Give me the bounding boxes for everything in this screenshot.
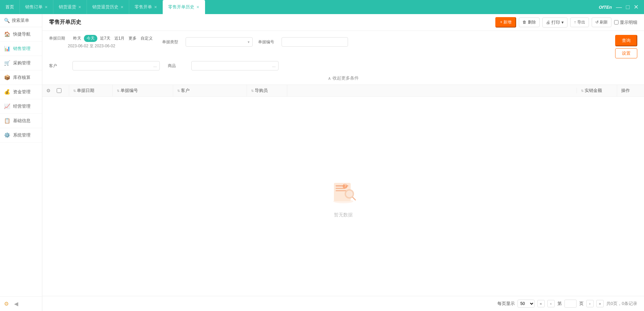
first-page-btn[interactable]: « [537, 300, 545, 307]
date-last-month[interactable]: 近1月 [113, 35, 126, 42]
customer-input-field[interactable] [76, 63, 153, 68]
content-area: 零售开单历史 + 新增 🗑 删除 🖨 打印 ▾ ↑ 导出 ↺ 刷新 显示明细 [42, 14, 644, 311]
th-flex [287, 88, 577, 93]
customer-filter-label: 客户 [49, 63, 68, 69]
query-button[interactable]: 查询 [615, 35, 637, 46]
goods-input-field[interactable] [194, 63, 272, 68]
th-number-label: 单据编号 [120, 88, 138, 94]
th-op-label: 操作 [621, 88, 630, 94]
display-detail-check[interactable]: 显示明细 [614, 19, 637, 25]
type-filter-label: 单据类型 [162, 39, 181, 45]
date-yesterday[interactable]: 昨天 [72, 35, 83, 42]
tab-sales-return[interactable]: 销货退货 ✕ [53, 0, 87, 14]
number-input-field[interactable] [285, 40, 345, 44]
display-detail-checkbox[interactable] [614, 20, 618, 24]
empty-state: ? 暂无数据 [42, 97, 644, 296]
per-page-select[interactable]: 50 10 20 100 [517, 300, 535, 308]
pagination-bar: 每页显示 50 10 20 100 « ‹ 第 1 页 › » 共0页，0条记录 [42, 296, 644, 311]
number-input[interactable] [282, 37, 348, 47]
th-customer-sort: ⇅ [177, 89, 180, 93]
table-select-all[interactable] [57, 88, 61, 93]
sidebar-item-operations[interactable]: 📈 经营管理 [0, 99, 42, 114]
close-btn[interactable]: ✕ [634, 3, 639, 11]
date-custom[interactable]: 自定义 [139, 35, 154, 42]
filter-area: 单据日期 昨天 今天 近7天 近1月 更多 自定义 2023-06-02 至 2… [42, 31, 644, 85]
sidebar-item-finance-label: 资金管理 [13, 89, 31, 95]
sidebar-item-system[interactable]: ⚙️ 系统管理 [0, 128, 42, 143]
th-amount[interactable]: ⇅ 实销金额 [577, 85, 617, 96]
tab-retail-open-history-close[interactable]: ✕ [196, 5, 199, 9]
goods-input[interactable]: ... [191, 61, 279, 70]
th-date-sort: ⇅ [73, 89, 76, 93]
collapse-bar[interactable]: ∧ 收起更多条件 [49, 74, 637, 82]
date-range-display: 2023-06-02 至 2023-06-02 [68, 43, 115, 49]
sidebar-item-quick-nav[interactable]: 🏠 快捷导航 [0, 27, 42, 42]
basic-info-icon: 📋 [4, 118, 10, 124]
th-customer[interactable]: ⇅ 客户 [173, 85, 247, 96]
inventory-icon: 📦 [4, 74, 10, 81]
table-area: ⚙ ⇅ 单据日期 ⇅ 单据编号 ⇅ 客户 ⇅ 导购员 [42, 85, 644, 311]
th-number-sort: ⇅ [117, 89, 119, 93]
empty-illustration: ? [327, 174, 360, 208]
sidebar-item-finance[interactable]: 💰 资金管理 [0, 85, 42, 99]
system-icon: ⚙️ [4, 132, 10, 138]
date-shortcuts: 昨天 今天 近7天 近1月 更多 自定义 [72, 35, 154, 42]
tab-retail-open[interactable]: 零售开单 ✕ [129, 0, 163, 14]
filter-row-2: 客户 ... 商品 ... [49, 61, 637, 70]
tab-sales-order[interactable]: 销售订单 ✕ [20, 0, 53, 14]
search-icon: 🔍 [4, 18, 10, 23]
settings-button[interactable]: 设置 [615, 48, 637, 58]
tab-retail-open-close[interactable]: ✕ [154, 5, 157, 9]
th-number[interactable]: ⇅ 单据编号 [113, 85, 173, 96]
date-last7[interactable]: 近7天 [99, 35, 112, 42]
svg-point-6 [346, 191, 353, 197]
sidebar-item-purchase-mgmt[interactable]: 🛒 采购管理 [0, 56, 42, 70]
table-settings-icon[interactable]: ⚙ [46, 88, 51, 93]
type-select[interactable]: ▾ [186, 37, 253, 47]
print-button[interactable]: 🖨 打印 ▾ [542, 17, 568, 28]
refresh-button[interactable]: ↺ 刷新 [592, 17, 611, 27]
sidebar-item-inventory[interactable]: 📦 库存核算 [0, 70, 42, 85]
tab-home[interactable]: 首页 [0, 0, 20, 14]
topbar-right: OfTEn — □ ✕ [599, 3, 644, 11]
page-number-input[interactable]: 1 [564, 300, 577, 308]
sidebar-collapse-icon[interactable]: ◀ [14, 301, 18, 307]
display-detail-label: 显示明细 [620, 19, 637, 25]
sidebar-item-sales-mgmt[interactable]: 📊 销售管理 [0, 42, 42, 56]
last-page-btn[interactable]: » [596, 300, 604, 307]
tab-home-label: 首页 [5, 4, 14, 10]
delete-button[interactable]: 🗑 删除 [519, 17, 539, 27]
sidebar: 🔍 搜索菜单 🏠 快捷导航 📊 销售管理 🛒 采购管理 📦 库存核算 💰 资金管… [0, 14, 42, 311]
prev-page-btn[interactable]: ‹ [547, 300, 555, 307]
th-date[interactable]: ⇅ 单据日期 [69, 85, 113, 96]
sidebar-search[interactable]: 🔍 搜索菜单 [0, 14, 42, 27]
page-title: 零售开单历史 [49, 19, 81, 26]
sidebar-item-operations-label: 经营管理 [13, 103, 31, 109]
th-date-label: 单据日期 [77, 88, 94, 94]
print-label: 🖨 打印 [546, 19, 560, 25]
collapse-label: 收起更多条件 [333, 75, 359, 81]
customer-input[interactable]: ... [72, 61, 160, 70]
per-page-label: 每页显示 [497, 301, 515, 307]
add-button[interactable]: + 新增 [495, 17, 516, 28]
tab-sales-order-close[interactable]: ✕ [45, 5, 48, 9]
type-select-input[interactable] [189, 40, 246, 44]
th-customer-label: 客户 [181, 88, 190, 94]
tab-retail-open-history[interactable]: 零售开单历史 ✕ [163, 0, 205, 14]
pagination-total: 共0页，0条记录 [606, 301, 637, 307]
th-guide[interactable]: ⇅ 导购员 [247, 85, 287, 96]
next-page-btn[interactable]: › [586, 300, 594, 307]
tab-sales-return-history[interactable]: 销货退货历史 ✕ [87, 0, 129, 14]
sidebar-settings-icon[interactable]: ⚙ [4, 301, 9, 307]
export-button[interactable]: ↑ 导出 [570, 17, 589, 27]
date-filter-label: 单据日期 [49, 36, 68, 41]
date-more[interactable]: 更多 [127, 35, 138, 42]
tab-sales-return-history-close[interactable]: ✕ [120, 5, 123, 9]
sidebar-item-quick-nav-label: 快捷导航 [13, 31, 31, 37]
sidebar-bottom: ⚙ ◀ [0, 296, 42, 311]
sidebar-item-basic-info[interactable]: 📋 基础信息 [0, 114, 42, 128]
date-today[interactable]: 今天 [84, 35, 97, 42]
minimize-btn[interactable]: — [616, 4, 622, 11]
maximize-btn[interactable]: □ [626, 4, 630, 11]
tab-sales-return-close[interactable]: ✕ [78, 5, 81, 9]
